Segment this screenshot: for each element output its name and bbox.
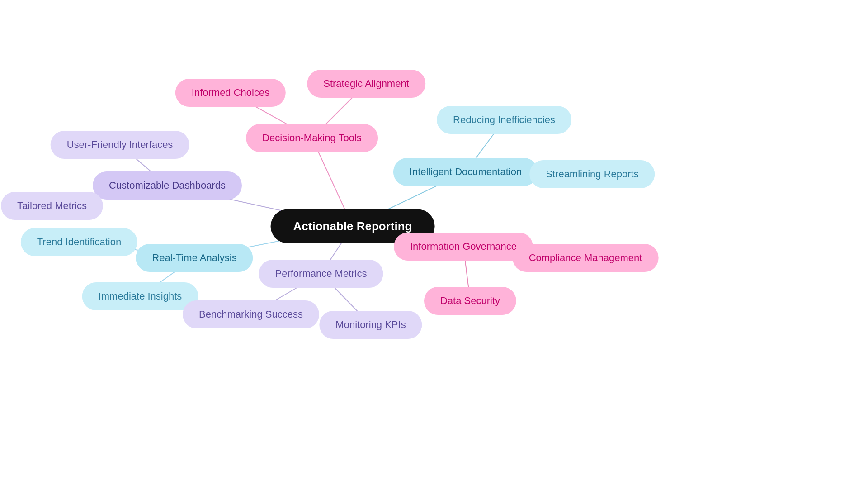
- trend-identification-node: Trend Identification: [21, 228, 137, 256]
- customizable-dashboards-node: Customizable Dashboards: [93, 171, 242, 200]
- real-time-analysis-node: Real-Time Analysis: [136, 244, 253, 272]
- reducing-inefficiencies-node: Reducing Inefficiencies: [437, 106, 571, 134]
- compliance-management-node: Compliance Management: [513, 244, 659, 272]
- benchmarking-success-node: Benchmarking Success: [183, 300, 319, 328]
- monitoring-kpis-node: Monitoring KPIs: [319, 311, 422, 339]
- intelligent-documentation-node: Intelligent Documentation: [393, 158, 538, 186]
- informed-choices-node: Informed Choices: [175, 79, 286, 107]
- mindmap-container: Actionable ReportingCustomizable Dashboa…: [0, 0, 868, 490]
- strategic-alignment-node: Strategic Alignment: [307, 70, 425, 98]
- decision-making-tools-node: Decision-Making Tools: [246, 124, 378, 152]
- streamlining-reports-node: Streamlining Reports: [529, 160, 655, 188]
- performance-metrics-node: Performance Metrics: [259, 260, 383, 288]
- data-security-node: Data Security: [424, 287, 516, 315]
- tailored-metrics-node: Tailored Metrics: [1, 192, 103, 220]
- immediate-insights-node: Immediate Insights: [82, 282, 198, 310]
- user-friendly-interfaces-node: User-Friendly Interfaces: [51, 131, 189, 159]
